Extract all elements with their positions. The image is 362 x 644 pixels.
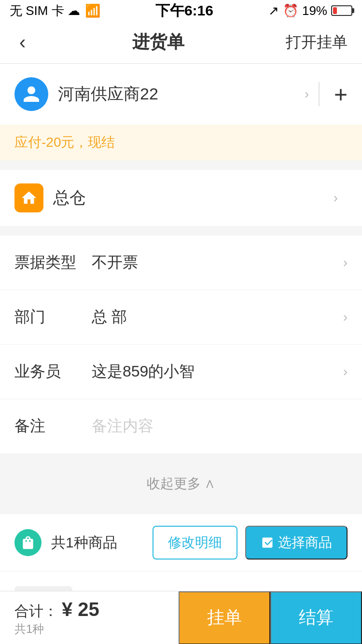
- invoice-type-label: 票据类型: [14, 252, 92, 273]
- warehouse-icon-bg: [14, 183, 43, 212]
- open-hang-button[interactable]: 打开挂单: [286, 32, 348, 53]
- department-chevron-icon: ›: [343, 309, 348, 325]
- supplier-section: 河南供应商22 › +: [0, 64, 362, 125]
- department-value: 总 部: [92, 307, 343, 328]
- notice-bar: 应付-20元，现结: [0, 125, 362, 160]
- supplier-divider: [319, 82, 320, 106]
- department-label: 部门: [14, 307, 92, 328]
- person-icon: [22, 84, 41, 104]
- back-button[interactable]: ‹: [14, 27, 30, 58]
- invoice-type-row[interactable]: 票据类型 不开票 ›: [0, 236, 362, 290]
- total-section: 合计： ¥ 25 共1种: [0, 599, 179, 637]
- invoice-type-chevron-icon: ›: [343, 255, 348, 270]
- warehouse-row[interactable]: 总仓 ›: [0, 170, 362, 226]
- products-header: 共1种商品 修改明细 选择商品: [0, 514, 362, 572]
- supplier-name: 河南供应商22: [58, 83, 305, 105]
- status-bar: 无 SIM 卡 ☁ 📶 下午6:16 ↗ ⏰ 19%: [0, 0, 362, 21]
- bottom-bar: 合计： ¥ 25 共1种 挂单 结算: [0, 591, 362, 644]
- hang-button[interactable]: 挂单: [179, 591, 270, 644]
- battery-percent: 19%: [302, 3, 327, 18]
- supplier-chevron-icon: ›: [305, 86, 309, 102]
- checkout-button[interactable]: 结算: [270, 591, 362, 644]
- supplier-avatar: [14, 77, 48, 111]
- salesperson-chevron-icon: ›: [343, 364, 348, 379]
- select-product-label: 选择商品: [278, 533, 332, 552]
- warehouse-name: 总仓: [53, 187, 334, 209]
- total-text: 合计：: [14, 602, 58, 621]
- add-supplier-button[interactable]: +: [334, 81, 348, 108]
- status-right: ↗ ⏰ 19%: [268, 3, 352, 18]
- remark-row[interactable]: 备注 备注内容: [0, 399, 362, 453]
- total-count: 共1种: [14, 621, 164, 637]
- remark-placeholder[interactable]: 备注内容: [92, 416, 348, 437]
- home-icon: [20, 189, 38, 207]
- alarm-icon: ⏰: [283, 3, 298, 18]
- remark-label: 备注: [14, 416, 92, 437]
- invoice-type-value: 不开票: [92, 252, 343, 273]
- product-count-icon-bg: [14, 529, 42, 556]
- status-left: 无 SIM 卡 ☁ 📶: [10, 2, 100, 19]
- total-amount: ¥ 25: [62, 599, 99, 620]
- page-title: 进货单: [132, 30, 184, 54]
- shopping-bag-icon: [20, 535, 36, 550]
- department-row[interactable]: 部门 总 部 ›: [0, 290, 362, 345]
- form-section: 票据类型 不开票 › 部门 总 部 › 业务员 这是859的小智 › 备注 备注…: [0, 236, 362, 453]
- nav-bar: ‹ 进货单 打开挂单: [0, 21, 362, 64]
- select-product-button[interactable]: 选择商品: [245, 526, 348, 560]
- modify-detail-button[interactable]: 修改明细: [153, 526, 237, 560]
- salesperson-row[interactable]: 业务员 这是859的小智 ›: [0, 345, 362, 399]
- wifi-icon: 📶: [85, 3, 100, 18]
- status-time: 下午6:16: [155, 1, 213, 21]
- total-label: 合计： ¥ 25: [14, 599, 164, 621]
- collapse-bar[interactable]: 收起更多 ∧: [0, 463, 362, 504]
- salesperson-value: 这是859的小智: [92, 361, 343, 382]
- warehouse-chevron-icon: ›: [334, 190, 338, 206]
- sim-status: 无 SIM 卡 ☁: [10, 2, 80, 19]
- main-content: 河南供应商22 › + 应付-20元，现结 总仓 › 票据类型 不开票 › 部门…: [0, 64, 362, 644]
- select-product-icon: [261, 536, 274, 549]
- salesperson-label: 业务员: [14, 361, 92, 382]
- location-icon: ↗: [268, 3, 279, 18]
- battery-icon: [331, 5, 352, 16]
- product-count-text: 共1种商品: [51, 533, 153, 553]
- supplier-row[interactable]: 河南供应商22 › +: [0, 64, 362, 125]
